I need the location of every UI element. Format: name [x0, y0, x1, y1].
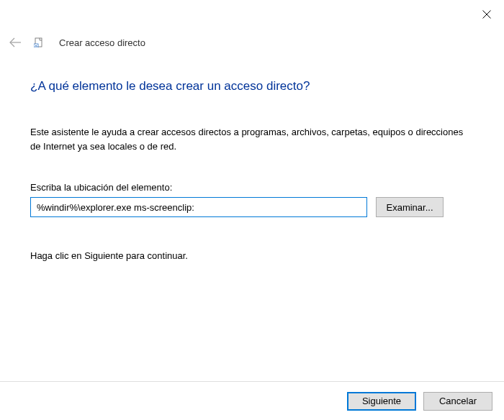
input-row: Examinar...	[30, 197, 474, 217]
shortcut-file-icon	[33, 37, 45, 48]
location-label: Escriba la ubicación del elemento:	[30, 182, 474, 193]
header-row: Crear acceso directo	[7, 36, 145, 49]
browse-button[interactable]: Examinar...	[376, 197, 444, 217]
continue-instruction: Haga clic en Siguiente para continuar.	[30, 250, 474, 261]
next-button[interactable]: Siguiente	[347, 392, 416, 411]
description-text: Este asistente le ayuda a crear accesos …	[30, 125, 474, 153]
close-button[interactable]	[478, 6, 495, 23]
page-heading: ¿A qué elemento le desea crear un acceso…	[30, 79, 474, 93]
wizard-title: Crear acceso directo	[59, 37, 145, 48]
content-area: ¿A qué elemento le desea crear un acceso…	[30, 79, 474, 261]
close-icon	[482, 10, 491, 19]
location-input[interactable]	[30, 197, 367, 217]
back-button	[7, 36, 23, 49]
back-arrow-icon	[9, 37, 22, 47]
cancel-button[interactable]: Cancelar	[423, 392, 492, 411]
footer-bar: Siguiente Cancelar	[0, 381, 504, 420]
